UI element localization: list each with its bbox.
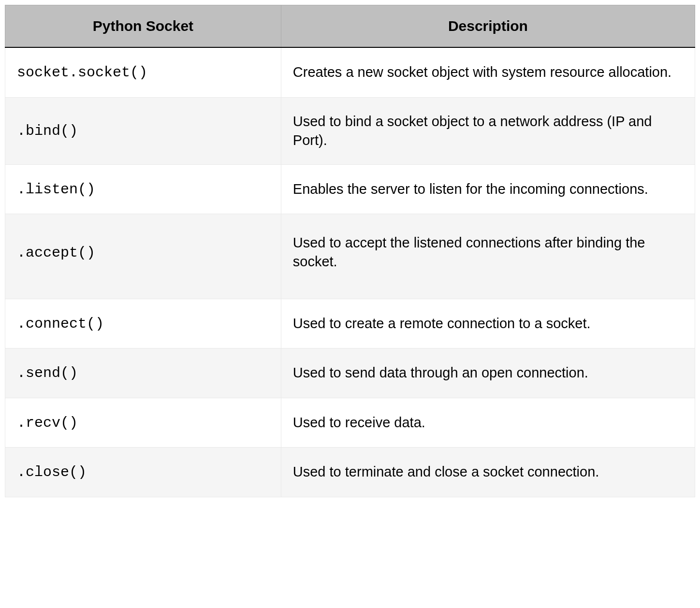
socket-method: .listen(): [17, 181, 95, 198]
header-col-description: Description: [281, 5, 695, 48]
socket-method: .accept(): [17, 245, 95, 261]
socket-method: .recv(): [17, 415, 78, 431]
header-col-socket: Python Socket: [5, 5, 281, 48]
socket-description: Used to bind a socket object to a networ…: [281, 97, 695, 164]
table-row: .close() Used to terminate and close a s…: [5, 448, 695, 497]
socket-method: .connect(): [17, 316, 104, 332]
socket-description: Used to terminate and close a socket con…: [281, 448, 695, 497]
socket-description: Used to send data through an open connec…: [281, 348, 695, 398]
table-row: .bind() Used to bind a socket object to …: [5, 97, 695, 164]
socket-method: socket.socket(): [17, 64, 147, 81]
socket-description: Used to accept the listened connections …: [281, 214, 695, 299]
table-row: socket.socket() Creates a new socket obj…: [5, 47, 695, 97]
socket-description: Enables the server to listen for the inc…: [281, 164, 695, 214]
socket-method: .close(): [17, 464, 87, 480]
table-header-row: Python Socket Description: [5, 5, 695, 48]
socket-methods-table: Python Socket Description socket.socket(…: [5, 5, 695, 497]
table-row: .accept() Used to accept the listened co…: [5, 214, 695, 299]
socket-description: Creates a new socket object with system …: [281, 47, 695, 97]
table-row: .listen() Enables the server to listen f…: [5, 164, 695, 214]
socket-method: .send(): [17, 365, 78, 381]
table-row: .recv() Used to receive data.: [5, 398, 695, 448]
table-row: .send() Used to send data through an ope…: [5, 348, 695, 398]
socket-method: .bind(): [17, 123, 78, 139]
socket-description: Used to receive data.: [281, 398, 695, 448]
table-row: .connect() Used to create a remote conne…: [5, 299, 695, 348]
socket-description: Used to create a remote connection to a …: [281, 299, 695, 348]
